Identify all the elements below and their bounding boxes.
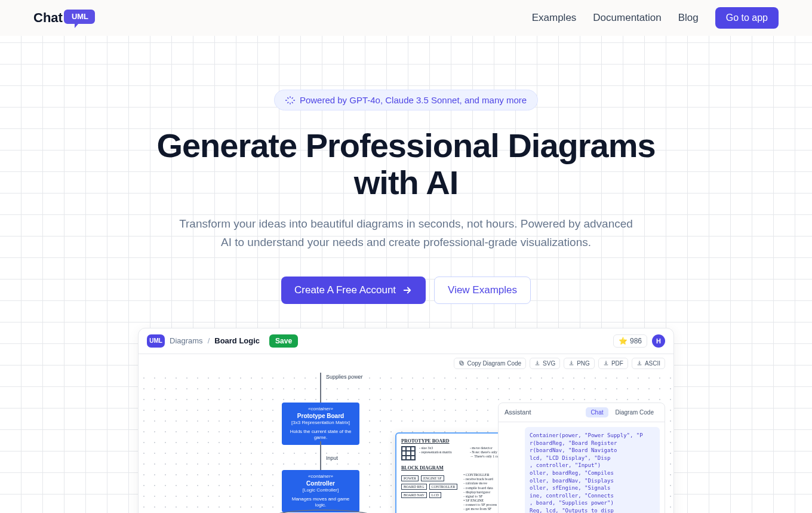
export-toolbar: Copy Diagram Code SVG PNG PDF ASCII (139, 354, 673, 373)
assistant-panel-header: Assistant Chat Diagram Code (499, 403, 665, 422)
create-account-label: Create A Free Account (294, 284, 396, 296)
download-icon (603, 360, 609, 366)
logo-bubble-icon: UML (64, 7, 96, 29)
page-headline: Generate Professional Diagrams with AI (122, 127, 690, 201)
assistant-tabs: Chat Diagram Code (586, 407, 659, 417)
export-ascii-button[interactable]: ASCII (632, 358, 665, 369)
mock-toolbar: UML Diagrams / Board Logic Save ⭐ 986 H (139, 328, 673, 354)
toolbar-right: ⭐ 986 H (613, 334, 665, 348)
connector-label: Input (326, 455, 338, 461)
assistant-panel: Assistant Chat Diagram Code Container(po… (498, 403, 665, 513)
export-png-button[interactable]: PNG (564, 358, 595, 369)
connector (320, 373, 321, 403)
app-screenshot: UML Diagrams / Board Logic Save ⭐ 986 H … (138, 328, 674, 513)
site-header: Chat UML Examples Documentation Blog Go … (0, 0, 812, 36)
create-account-button[interactable]: Create A Free Account (281, 277, 426, 304)
sketch-blocks: POWER ENGINE SF BOARD REG CONTROLLER BOA… (401, 473, 457, 512)
export-pdf-button[interactable]: PDF (598, 358, 628, 369)
svg-text:UML: UML (72, 12, 88, 21)
code-snippet: Container(power, "Power Supply", "P r(bo… (525, 427, 660, 513)
logo[interactable]: Chat UML (33, 7, 96, 29)
tab-diagram-code[interactable]: Diagram Code (611, 407, 659, 417)
nav-examples[interactable]: Examples (532, 12, 577, 24)
credits-count: 986 (630, 337, 642, 345)
credits-badge: ⭐ 986 (613, 334, 647, 348)
connector (320, 441, 321, 470)
curved-connector (246, 504, 401, 513)
download-icon (568, 360, 574, 366)
connector-label: Supplies power (326, 374, 363, 380)
mock-canvas: Supplies power «container» Prototype Boa… (139, 373, 673, 513)
page-subheadline: Transform your ideas into beautiful diag… (173, 215, 639, 251)
breadcrumb-current: Board Logic (214, 336, 260, 345)
arrow-right-icon (402, 285, 413, 296)
download-icon (534, 360, 540, 366)
go-to-app-button[interactable]: Go to app (715, 7, 779, 29)
grid-icon (401, 446, 416, 460)
powered-by-pill: Powered by GPT-4o, Claude 3.5 Sonnet, an… (274, 90, 538, 110)
save-button[interactable]: Save (269, 334, 298, 348)
star-icon: ⭐ (619, 337, 628, 345)
svg-rect-1 (461, 363, 464, 365)
assistant-label: Assistant (505, 408, 531, 416)
sketch-right-notes: • CONTROLLER - receive/track board - cal… (463, 473, 497, 512)
nav-blog[interactable]: Blog (678, 12, 699, 24)
breadcrumb: UML Diagrams / Board Logic Save (147, 334, 298, 348)
sketch-notes: - size 3x3 - representation matrix (419, 446, 452, 460)
breadcrumb-sep: / (208, 336, 210, 345)
view-examples-button[interactable]: View Examples (434, 277, 531, 304)
diagram-box-prototype: «container» Prototype Board [3x3 Represe… (282, 403, 359, 445)
copy-code-button[interactable]: Copy Diagram Code (454, 358, 526, 369)
cta-row: Create A Free Account View Examples (122, 277, 690, 304)
nav-documentation[interactable]: Documentation (593, 12, 661, 24)
avatar[interactable]: H (652, 334, 665, 348)
logo-text-chat: Chat (33, 10, 63, 26)
pill-text: Powered by GPT-4o, Claude 3.5 Sonnet, an… (300, 95, 527, 105)
svg-rect-2 (460, 361, 463, 364)
uml-badge-icon: UML (147, 334, 165, 348)
main-nav: Examples Documentation Blog Go to app (532, 7, 779, 29)
tab-chat[interactable]: Chat (586, 407, 608, 417)
export-svg-button[interactable]: SVG (530, 358, 560, 369)
sparkle-icon (285, 96, 295, 105)
hero-section: Powered by GPT-4o, Claude 3.5 Sonnet, an… (107, 90, 705, 304)
download-icon (636, 360, 642, 366)
breadcrumb-root: Diagrams (170, 336, 203, 345)
copy-icon (459, 360, 465, 366)
